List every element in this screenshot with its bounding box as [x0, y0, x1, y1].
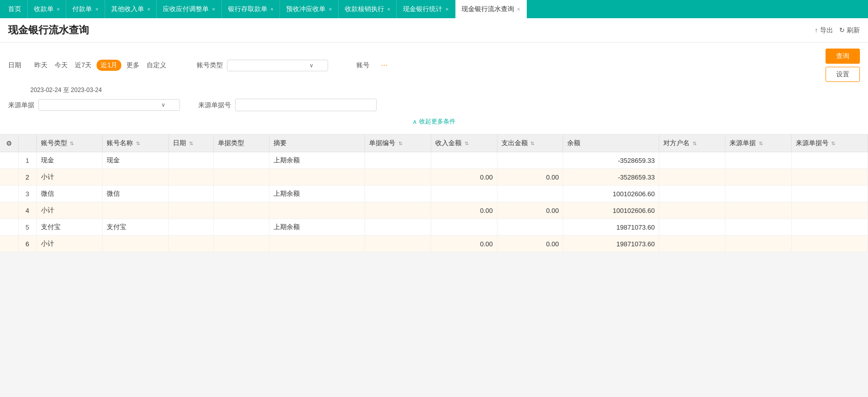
refresh-button[interactable]: ↻ 刷新	[839, 26, 860, 35]
account-type-select[interactable]: ∨	[227, 60, 328, 71]
table-header-row: ⚙ 账号类型 ⇅ 账号名称 ⇅ 日期 ⇅ 单据类型 摘要 单据编号 ⇅ 收入金额…	[0, 135, 868, 152]
top-navigation: 首页 收款单 × 付款单 × 其他收入单 × 应收应付调整单 × 银行存取款单 …	[0, 0, 868, 18]
collapse-bar[interactable]: ∧ 收起更多条件	[8, 115, 860, 128]
date-options: 昨天 今天 近7天 近1月 更多 自定义	[32, 60, 168, 71]
export-icon: ↑	[815, 26, 818, 34]
nav-home[interactable]: 首页	[2, 0, 28, 18]
nav-close-icon[interactable]: ×	[95, 6, 98, 12]
filter-row-1: 日期 昨天 今天 近7天 近1月 更多 自定义 账号类型 ∨ 账号 ···	[8, 49, 860, 82]
nav-cash-bank-flow[interactable]: 现金银行流水查询 ×	[455, 0, 527, 18]
nav-close-icon[interactable]: ×	[517, 6, 520, 12]
refresh-icon: ↻	[839, 26, 845, 34]
page-title: 现金银行流水查询	[8, 23, 89, 37]
th-doc-type: 单据类型	[214, 135, 269, 152]
nav-collect-verify[interactable]: 收款核销执行 ×	[339, 0, 397, 18]
date-opt-custom[interactable]: 自定义	[145, 60, 168, 71]
date-opt-today[interactable]: 今天	[53, 60, 70, 71]
nav-payments[interactable]: 付款单 ×	[66, 0, 105, 18]
th-summary: 摘要	[269, 135, 365, 152]
source-doc-label: 来源单据	[8, 101, 34, 110]
th-account-name[interactable]: 账号名称 ⇅	[103, 135, 169, 152]
action-buttons: 查询 设置	[826, 49, 860, 82]
date-opt-yesterday[interactable]: 昨天	[32, 60, 50, 71]
nav-close-icon[interactable]: ×	[387, 6, 390, 12]
nav-other-income[interactable]: 其他收入单 ×	[105, 0, 157, 18]
settings-button[interactable]: 设置	[826, 67, 860, 82]
date-opt-more[interactable]: 更多	[124, 60, 142, 71]
account-type-label: 账号类型	[197, 61, 223, 70]
table-row: 1现金现金上期余额-3528659.33	[0, 152, 868, 169]
export-button[interactable]: ↑ 导出	[815, 26, 834, 35]
table-row: 4小计0.000.00100102606.60	[0, 202, 868, 219]
source-doc-no-input[interactable]	[235, 99, 377, 111]
account-filter-group: 账号 ···	[356, 61, 389, 70]
filter-row-2: 来源单据 ∨ 来源单据号	[8, 99, 860, 111]
nav-close-icon[interactable]: ×	[212, 6, 215, 12]
table-row: 2小计0.000.00-3528659.33	[0, 169, 868, 186]
date-filter-group: 日期 昨天 今天 近7天 近1月 更多 自定义	[8, 60, 168, 71]
chevron-down-icon: ∨	[309, 62, 313, 69]
source-doc-no-filter-group: 来源单据号	[198, 99, 377, 111]
date-opt-1month[interactable]: 近1月	[97, 60, 121, 71]
table-row: 6小计0.000.0019871073.60	[0, 236, 868, 252]
th-expense[interactable]: 支出金额 ⇅	[497, 135, 563, 152]
th-gear: ⚙	[0, 135, 18, 152]
source-doc-select[interactable]: ∨	[38, 99, 180, 111]
date-range-display: 2023-02-24 至 2023-03-24	[30, 86, 102, 94]
nav-close-icon[interactable]: ×	[329, 6, 332, 12]
th-account-type[interactable]: 账号类型 ⇅	[36, 135, 103, 152]
query-button[interactable]: 查询	[826, 49, 860, 64]
table-row: 5支付宝支付宝上期余额19871073.60	[0, 219, 868, 236]
account-dots-button[interactable]: ···	[381, 61, 387, 70]
nav-close-icon[interactable]: ×	[270, 6, 273, 12]
th-date[interactable]: 日期 ⇅	[168, 135, 214, 152]
th-balance: 余额	[563, 135, 659, 152]
data-table: ⚙ 账号类型 ⇅ 账号名称 ⇅ 日期 ⇅ 单据类型 摘要 单据编号 ⇅ 收入金额…	[0, 135, 868, 252]
nav-bank-deposit[interactable]: 银行存取款单 ×	[222, 0, 280, 18]
chevron-down-icon: ∨	[161, 102, 165, 108]
date-opt-7days[interactable]: 近7天	[73, 60, 94, 71]
collapse-up-icon: ∧	[413, 118, 417, 125]
th-doc-no[interactable]: 单据编号 ⇅	[365, 135, 431, 152]
account-label: 账号	[356, 61, 377, 70]
th-source-doc[interactable]: 来源单据 ⇅	[725, 135, 791, 152]
data-table-container: ⚙ 账号类型 ⇅ 账号名称 ⇅ 日期 ⇅ 单据类型 摘要 单据编号 ⇅ 收入金额…	[0, 135, 868, 252]
th-counterparty[interactable]: 对方户名 ⇅	[659, 135, 725, 152]
source-doc-filter-group: 来源单据 ∨	[8, 99, 180, 111]
page-header: 现金银行流水查询 ↑ 导出 ↻ 刷新	[0, 18, 868, 42]
table-row: 3微信微信上期余额100102606.60	[0, 186, 868, 202]
nav-close-icon[interactable]: ×	[57, 6, 60, 12]
source-doc-no-label: 来源单据号	[198, 101, 231, 110]
date-label: 日期	[8, 61, 28, 70]
nav-cash-bank-stat[interactable]: 现金银行统计 ×	[397, 0, 455, 18]
header-actions: ↑ 导出 ↻ 刷新	[815, 26, 860, 35]
nav-prepay-offset[interactable]: 预收冲应收单 ×	[280, 0, 338, 18]
gear-icon[interactable]: ⚙	[6, 140, 12, 147]
nav-close-icon[interactable]: ×	[445, 6, 448, 12]
th-seq	[18, 135, 36, 152]
nav-ar-adjust[interactable]: 应收应付调整单 ×	[157, 0, 221, 18]
th-income[interactable]: 收入金额 ⇅	[431, 135, 497, 152]
account-type-filter-group: 账号类型 ∨	[197, 60, 328, 71]
filter-area: 日期 昨天 今天 近7天 近1月 更多 自定义 账号类型 ∨ 账号 ···	[0, 42, 868, 135]
nav-receipts[interactable]: 收款单 ×	[28, 0, 66, 18]
th-source-doc-no[interactable]: 来源单据号 ⇅	[791, 135, 867, 152]
nav-close-icon[interactable]: ×	[147, 6, 150, 12]
